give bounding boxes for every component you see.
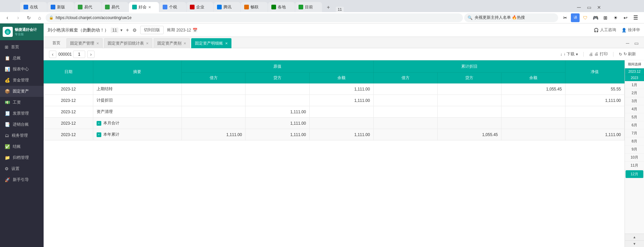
browser-tab-11[interactable]: 目前 bbox=[295, 2, 322, 12]
page-tab-home[interactable]: 首页 bbox=[48, 38, 65, 48]
account-dropdown-button[interactable]: ▾ bbox=[120, 28, 122, 33]
cell-accum-debit-2 bbox=[373, 95, 437, 106]
search-bar[interactable]: 🔍 央视更新主持人名单 🔥热搜 bbox=[464, 13, 558, 22]
print-button[interactable]: 🖨 🖨 打印 bbox=[586, 50, 610, 58]
sidebar-item-purchase[interactable]: 📑 进销台账 bbox=[0, 119, 44, 130]
ext4-btn[interactable]: 🎮 bbox=[591, 13, 600, 22]
sidebar-item-fixed-assets[interactable]: 📦 固定资产 bbox=[0, 86, 44, 97]
sidebar-item-settings[interactable]: ⚙ 设置 bbox=[0, 163, 44, 174]
sidebar-item-home[interactable]: ⊞ 首页 bbox=[0, 42, 44, 53]
scissors-btn[interactable]: ✂ bbox=[561, 13, 570, 22]
theme-btn[interactable]: ☀ bbox=[611, 13, 620, 22]
address-bar[interactable]: 🔒 https://cloud.chanjet.com/accounting/u… bbox=[46, 13, 463, 22]
ext3-btn[interactable]: 🛡 bbox=[581, 13, 590, 22]
search-text: 央视更新主持人名单 🔥热搜 bbox=[475, 15, 525, 20]
page-minimize-btn[interactable]: ─ bbox=[624, 40, 631, 47]
sidebar-item-payroll[interactable]: 💵 工资 bbox=[0, 97, 44, 108]
period-month-5[interactable]: 5月 bbox=[625, 113, 644, 121]
cell-accum-balance-2 bbox=[501, 95, 566, 106]
browser-tab-10[interactable]: 各地 bbox=[268, 2, 295, 12]
period-month-4[interactable]: 4月 bbox=[625, 105, 644, 113]
sidebar-item-invoice[interactable]: 🧾 发票管理 bbox=[0, 108, 44, 119]
cell-orig-balance-5: 1,111.00 bbox=[310, 129, 374, 140]
close-fixed-asset-mgmt[interactable]: ✕ bbox=[96, 42, 99, 45]
app-layout: 会 畅捷通好会计 专业版 ⊞ 首页 📋 总账 📊 报表中心 bbox=[0, 23, 644, 247]
window-minimize-button[interactable]: ─ bbox=[574, 3, 584, 12]
version-button[interactable]: 切到旧版 bbox=[140, 26, 164, 34]
period-month-1[interactable]: 1月 bbox=[625, 81, 644, 89]
sidebar-item-tax[interactable]: 🗂 税务管理 bbox=[0, 130, 44, 141]
reports-icon: 📊 bbox=[5, 67, 10, 72]
cell-accum-balance-3 bbox=[501, 106, 566, 118]
tab9-label: 畅联 bbox=[251, 4, 259, 10]
grid-btn[interactable]: ⊞ bbox=[601, 13, 610, 22]
sidebar-item-archive[interactable]: 📁 归档管理 bbox=[0, 152, 44, 163]
undo-btn[interactable]: ↩ bbox=[621, 13, 630, 22]
sidebar-item-funds[interactable]: 💰 资金管理 bbox=[0, 75, 44, 86]
period-month-3[interactable]: 3月 bbox=[625, 97, 644, 105]
sidebar-item-reports[interactable]: 📊 报表中心 bbox=[0, 64, 44, 75]
home-button[interactable]: ⌂ bbox=[35, 13, 44, 22]
sidebar-item-guide[interactable]: 🚀 新手引导 bbox=[0, 174, 44, 185]
browser-tab-3[interactable]: 易代 bbox=[74, 2, 101, 12]
scroll-down-icon[interactable]: ▼ bbox=[625, 240, 644, 247]
sidebar-item-closing[interactable]: ✅ 结账 bbox=[0, 141, 44, 152]
close-asset-category[interactable]: ✕ bbox=[183, 42, 186, 45]
scroll-up-icon[interactable]: ▲ bbox=[625, 234, 644, 240]
browser-tab-6[interactable]: 个税 bbox=[159, 2, 186, 12]
table-area: 日期 摘要 原值 累计折旧 净值 bbox=[44, 60, 644, 247]
settings-icon: ⚙ bbox=[5, 166, 9, 171]
period-month-12[interactable]: 12月 bbox=[626, 170, 643, 178]
browser-tab-4[interactable]: 易代 bbox=[102, 2, 128, 12]
browser-tab-8[interactable]: 腾讯 bbox=[214, 2, 240, 12]
period-year-label: 2023 bbox=[625, 75, 644, 81]
window-maximize-button[interactable]: ▭ bbox=[584, 3, 594, 12]
download-button[interactable]: ↓ ↓ 下载 ▾ bbox=[557, 50, 581, 58]
refresh-button[interactable]: ↻ bbox=[24, 13, 34, 22]
help-button[interactable]: 🎧 人工咨询 bbox=[594, 27, 616, 33]
prev-page-button[interactable]: ‹ bbox=[49, 51, 56, 58]
content-toolbar: ‹ 000001 › ↓ ↓ 下载 ▾ 🖨 🖨 打印 ↻ bbox=[44, 48, 644, 60]
menu-btn[interactable]: ☰ bbox=[631, 13, 640, 22]
download-chevron: ▾ bbox=[576, 52, 578, 57]
browser-tab-7[interactable]: 企业 bbox=[186, 2, 213, 12]
sidebar-item-ledger[interactable]: 📋 总账 bbox=[0, 53, 44, 64]
page-tab-asset-detail-active[interactable]: 固定资产明细账 ✕ bbox=[191, 38, 231, 48]
page-tab-asset-category[interactable]: 固定资产类别 ✕ bbox=[154, 38, 190, 48]
settings-account-button[interactable]: ⚙ bbox=[132, 27, 137, 33]
page-tab-fixed-asset-mgmt[interactable]: 固定资产管理 ✕ bbox=[66, 38, 103, 48]
close-depreciation-stats[interactable]: ✕ bbox=[146, 42, 149, 45]
browser-tab-9[interactable]: 畅联 bbox=[241, 2, 268, 12]
browser-tab-5-active[interactable]: 好会 ✕ bbox=[129, 2, 159, 12]
add-account-button[interactable]: + bbox=[124, 27, 130, 33]
tab5-close[interactable]: ✕ bbox=[148, 5, 151, 9]
forward-button[interactable]: › bbox=[13, 13, 23, 22]
user-button[interactable]: 👤 徐泽华 bbox=[622, 27, 640, 33]
browser-tab-1[interactable]: 在线 bbox=[20, 2, 47, 12]
new-tab-button[interactable]: + bbox=[324, 3, 333, 12]
period-month-6[interactable]: 6月 bbox=[625, 121, 644, 129]
cell-orig-debit-5: 1,111.00 bbox=[181, 129, 246, 140]
period-month-9[interactable]: 9月 bbox=[625, 145, 644, 153]
refresh-button[interactable]: ↻ ↻ 刷新 bbox=[616, 50, 639, 58]
page-tab-depreciation-stats[interactable]: 固定资产折旧统计表 ✕ bbox=[104, 38, 152, 48]
window-close-button[interactable]: ✕ bbox=[594, 3, 604, 12]
fixed-asset-table: 日期 摘要 原值 累计折旧 净值 bbox=[44, 60, 625, 140]
period-month-11[interactable]: 11月 bbox=[625, 162, 644, 170]
page-number-input[interactable] bbox=[73, 51, 85, 58]
account-count-badge: 11 bbox=[111, 27, 118, 33]
period-month-7[interactable]: 7月 bbox=[625, 129, 644, 137]
fixed-assets-icon: 📦 bbox=[5, 89, 10, 94]
period-month-10[interactable]: 10月 bbox=[625, 153, 644, 162]
reports-label: 报表中心 bbox=[13, 66, 29, 72]
tab10-label: 各地 bbox=[278, 4, 286, 10]
period-month-2[interactable]: 2月 bbox=[625, 89, 644, 97]
translate-btn[interactable]: 译 bbox=[571, 13, 580, 22]
page-maximize-btn[interactable]: ▭ bbox=[633, 40, 640, 47]
close-asset-detail[interactable]: ✕ bbox=[225, 42, 228, 45]
browser-tab-2[interactable]: 新版 bbox=[47, 2, 74, 12]
period-month-8[interactable]: 8月 bbox=[625, 137, 644, 145]
period-selector-panel: 期间选择 2023.12 2023 1月 2月 3月 4月 bbox=[625, 60, 644, 247]
next-page-button[interactable]: › bbox=[87, 51, 95, 58]
back-button[interactable]: ‹ bbox=[3, 13, 12, 22]
